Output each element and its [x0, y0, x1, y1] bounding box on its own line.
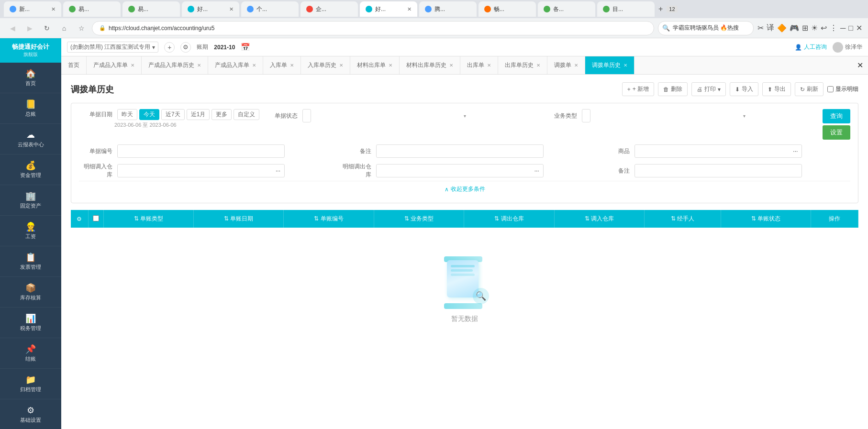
- tab-out[interactable]: 出库单 ✕: [460, 56, 498, 74]
- th-in-warehouse[interactable]: ⇅ 调入仓库: [554, 210, 644, 228]
- tab-home[interactable]: 首页: [61, 56, 87, 74]
- translate-icon[interactable]: 译: [767, 23, 774, 33]
- th-doc-type[interactable]: ⇅ 单账类型: [103, 210, 193, 228]
- select-all-checkbox[interactable]: [93, 215, 99, 221]
- collapse-button[interactable]: ∧ 收起更多条件: [439, 183, 491, 195]
- browser-tab-10[interactable]: 各...: [538, 1, 595, 17]
- tab-close-icon[interactable]: ✕: [389, 63, 392, 68]
- grid-icon[interactable]: ⊞: [802, 23, 808, 33]
- add-company-button[interactable]: +: [164, 42, 175, 53]
- print-button[interactable]: 🖨 打印 ▾: [691, 82, 726, 96]
- calendar-icon[interactable]: 📅: [241, 43, 250, 52]
- th-doc-status[interactable]: ⇅ 单账状态: [721, 210, 811, 228]
- address-bar[interactable]: 🔒 https://cloud.chanjet.com/accounting/u…: [92, 21, 654, 35]
- tab-in-history[interactable]: 入库单历史 ✕: [301, 56, 350, 74]
- tab-close-icon[interactable]: ✕: [131, 63, 134, 68]
- browser-tab-5[interactable]: 个...: [241, 1, 299, 17]
- setting-button[interactable]: 设置: [823, 125, 850, 140]
- browser-tab-3[interactable]: 易...: [122, 1, 180, 17]
- tab-transfer-history[interactable]: 调拨单历史 ✕: [585, 56, 634, 74]
- add-button[interactable]: + + 新增: [622, 82, 654, 96]
- th-checkbox[interactable]: [88, 210, 103, 228]
- tab-close-icon[interactable]: ✕: [574, 63, 578, 68]
- back-button[interactable]: ◀: [6, 22, 19, 35]
- company-selector[interactable]: (勿删勿禁用) 江西服宝测试专用 ▾: [67, 42, 158, 53]
- reload-button[interactable]: ↻: [40, 22, 54, 35]
- tab-close-icon[interactable]: ✕: [290, 63, 294, 68]
- yesterday-btn[interactable]: 昨天: [117, 109, 137, 120]
- product-selector[interactable]: ···: [634, 144, 802, 158]
- tab-transfer[interactable]: 调拨单 ✕: [547, 56, 585, 74]
- tab-close[interactable]: ✕: [51, 6, 56, 12]
- sidebar-item-fund[interactable]: 💰 资金管理: [0, 154, 61, 185]
- tab-close[interactable]: ✕: [229, 6, 234, 12]
- forward-button[interactable]: ▶: [23, 22, 36, 35]
- tab-close-icon[interactable]: ✕: [623, 63, 627, 68]
- business-type-select[interactable]: [582, 109, 590, 122]
- wallet-icon[interactable]: 🔶: [777, 23, 787, 33]
- customer-service-button[interactable]: 👤 人工咨询: [795, 43, 827, 51]
- brightness-icon[interactable]: ☀: [811, 23, 818, 33]
- browser-tab-9[interactable]: 畅...: [479, 1, 536, 17]
- game-icon[interactable]: 🎮: [790, 23, 799, 33]
- query-button[interactable]: 查询: [823, 109, 850, 123]
- 7days-btn[interactable]: 近7天: [161, 109, 185, 120]
- browser-tab-11[interactable]: 目...: [597, 1, 655, 17]
- minimize-icon[interactable]: ─: [840, 24, 846, 33]
- browser-tab-4[interactable]: 好... ✕: [182, 1, 239, 17]
- close-all-tabs-button[interactable]: ✕: [852, 61, 868, 70]
- maximize-icon[interactable]: □: [848, 24, 853, 33]
- tab-in[interactable]: 入库单 ✕: [263, 56, 301, 74]
- detail-in-selector[interactable]: ···: [117, 164, 285, 177]
- browser-tab-active[interactable]: 好... ✕: [360, 1, 417, 17]
- sidebar-item-tax[interactable]: 📊 税务管理: [0, 308, 61, 338]
- th-biz-type[interactable]: ⇅ 业务类型: [374, 210, 464, 228]
- company-settings-button[interactable]: ⚙: [180, 42, 191, 53]
- tab-out-history[interactable]: 出库单历史 ✕: [498, 56, 547, 74]
- extensions-icon[interactable]: ✂: [757, 23, 764, 33]
- browser-tab-1[interactable]: 新... ✕: [4, 1, 61, 17]
- bookmark-button[interactable]: ☆: [75, 22, 88, 35]
- sidebar-item-cloud-report[interactable]: ☁ 云报表中心: [0, 124, 61, 154]
- tab-close[interactable]: ✕: [407, 6, 412, 12]
- th-doc-date[interactable]: ⇅ 单账日期: [193, 210, 283, 228]
- home-button[interactable]: ⌂: [57, 22, 71, 35]
- browser-tab-8[interactable]: 腾...: [419, 1, 477, 17]
- tab-close-icon[interactable]: ✕: [339, 63, 343, 68]
- refresh-button[interactable]: ↻ 刷新: [795, 82, 823, 96]
- tab-material-out[interactable]: 材料出库单 ✕: [350, 56, 400, 74]
- sidebar-item-ledger[interactable]: 📒 总账: [0, 93, 61, 124]
- export-button[interactable]: ⬆ 导出: [762, 82, 791, 96]
- new-tab-button[interactable]: +: [658, 5, 663, 13]
- remark-input[interactable]: [376, 144, 544, 158]
- th-doc-number[interactable]: ⇅ 单账编号: [284, 210, 374, 228]
- sidebar-item-fixed-assets[interactable]: 🏢 固定资产: [0, 185, 61, 216]
- th-gear[interactable]: ⚙: [71, 210, 88, 228]
- remark2-input[interactable]: [634, 164, 802, 177]
- today-btn[interactable]: 今天: [139, 109, 159, 120]
- sidebar-item-archive[interactable]: 📁 归档管理: [0, 369, 61, 399]
- undo-icon[interactable]: ↩: [821, 23, 827, 33]
- sidebar-item-settings[interactable]: ⚙ 基础设置: [0, 399, 61, 429]
- tab-close-icon[interactable]: ✕: [487, 63, 491, 68]
- 1month-btn[interactable]: 近1月: [187, 109, 210, 120]
- show-columns-toggle[interactable]: 显示明细: [827, 85, 858, 93]
- close-icon[interactable]: ✕: [856, 23, 862, 33]
- tab-produce-in2[interactable]: 产成品入库单 ✕: [208, 56, 263, 74]
- th-handler[interactable]: ⇅ 经手人: [645, 210, 721, 228]
- tab-produce-in[interactable]: 产成品入库单 ✕: [87, 56, 142, 74]
- tab-close-icon[interactable]: ✕: [536, 63, 540, 68]
- browser-tab-6[interactable]: 企...: [300, 1, 358, 17]
- custom-btn[interactable]: 自定义: [234, 109, 259, 120]
- delete-button[interactable]: 🗑 删除: [658, 82, 688, 96]
- more-btn[interactable]: 更多: [211, 109, 232, 120]
- tab-close-icon[interactable]: ✕: [197, 63, 201, 68]
- detail-out-selector[interactable]: ···: [376, 164, 544, 177]
- sidebar-item-invoice[interactable]: 📋 发票管理: [0, 246, 61, 277]
- tab-produce-in-history[interactable]: 产成品入库单历史 ✕: [142, 56, 208, 74]
- search-bar[interactable]: 🔍 学霸应聘场驱鸟员 🔥热搜: [658, 21, 754, 35]
- status-select[interactable]: [302, 109, 311, 122]
- import-button[interactable]: ⬇ 导入: [730, 82, 758, 96]
- sidebar-item-home[interactable]: 🏠 首页: [0, 63, 61, 93]
- show-columns-checkbox[interactable]: [827, 86, 834, 92]
